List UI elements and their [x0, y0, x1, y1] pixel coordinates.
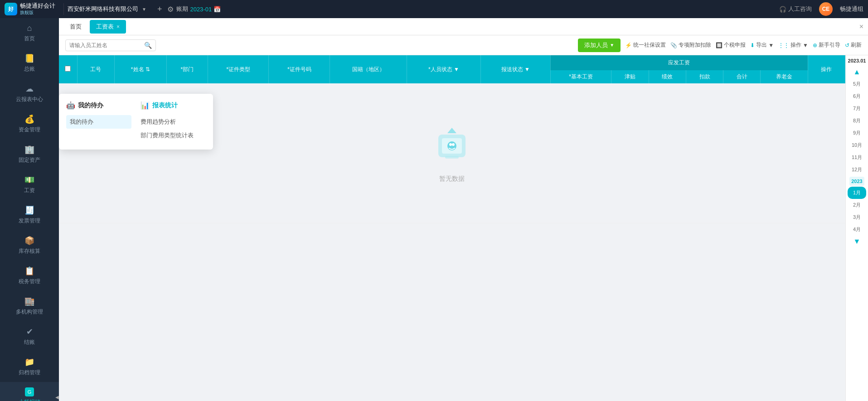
timeline-month-12[interactable]: 12月 [846, 164, 868, 176]
ops-arrow-icon: ▼ [803, 42, 808, 48]
ops-icon: ⋮⋮ [778, 42, 789, 48]
col-salary-group: 应发工资 [550, 55, 808, 70]
special-deduction-button[interactable]: 📎 专项附加扣除 [670, 41, 711, 49]
service-button[interactable]: 🎧 人工咨询 [779, 5, 812, 13]
dropdown-col1-label: 我的待办 [78, 101, 103, 110]
period-selector[interactable]: 账期 2023-01 📅 [176, 5, 221, 13]
headset-icon: 🎧 [779, 6, 786, 13]
user-avatar[interactable]: CE [819, 2, 833, 16]
toolbar-right: 添加人员 ▼ ⚡ 统一社保设置 📎 专项附加扣除 🔲 个税申报 ⬇ 导 [578, 39, 862, 52]
select-all-checkbox[interactable] [65, 66, 71, 72]
sidebar-label-home: 首页 [24, 35, 35, 43]
app-name: 畅捷通好会计 [20, 2, 55, 10]
refresh-icon: ↺ [845, 42, 849, 48]
trend-label: 费用趋势分析 [141, 118, 176, 125]
home-icon: ⌂ [27, 24, 32, 33]
col-base-salary: *基本工资 [550, 70, 611, 83]
robot-icon: 🤖 [66, 101, 75, 110]
sidebar-item-invoice[interactable]: 🧾 发票管理 [0, 200, 59, 230]
social-security-icon: ⚡ [625, 42, 632, 48]
salary-icon: 💵 [24, 175, 34, 185]
dropdown-col2-title: 📊 报表统计 [141, 101, 206, 110]
user-name: 畅捷通组 [840, 5, 863, 13]
tab-salary[interactable]: 工资表 × [90, 20, 126, 34]
sidebar-item-salary[interactable]: 💵 工资 [0, 169, 59, 200]
company-dropdown-arrow: ▼ [142, 7, 146, 12]
search-input[interactable] [69, 42, 141, 48]
dropdown-col2: 📊 报表统计 费用趋势分析 部门费用类型统计表 [141, 101, 206, 142]
dropdown-item-trend[interactable]: 费用趋势分析 [141, 115, 206, 129]
timeline-month-10[interactable]: 10月 [846, 139, 868, 151]
expense-icon: G [25, 387, 34, 396]
timeline-month-9[interactable]: 9月 [846, 127, 868, 139]
refresh-button[interactable]: ↺ 刷新 [845, 41, 862, 49]
sidebar-label-invoice: 发票管理 [19, 217, 40, 225]
check-icon: ✔ [26, 327, 33, 337]
sidebar-item-fixed-assets[interactable]: 🏢 固定资产 [0, 139, 59, 169]
guide-label: 新手引导 [819, 41, 840, 49]
timeline-month-3[interactable]: 3月 [846, 211, 868, 223]
sidebar-item-expense[interactable]: G 小畅报销 ◀ [0, 382, 59, 401]
service-label: 人工咨询 [788, 5, 812, 13]
settings-icon[interactable]: ⚙ [167, 5, 174, 14]
sidebar-item-fund[interactable]: 💰 资金管理 [0, 109, 59, 139]
close-all-tabs-button[interactable]: × [859, 23, 863, 31]
logo-text-block: 畅捷通好会计 旗舰版 [20, 2, 55, 16]
personal-tax-button[interactable]: 🔲 个税申报 [716, 41, 746, 49]
sidebar-item-inventory[interactable]: 📦 库存核算 [0, 230, 59, 261]
col-dept: *部门 [166, 55, 208, 83]
search-icon[interactable]: 🔍 [144, 42, 152, 49]
add-icon[interactable]: + [157, 5, 162, 14]
col-nationality: 国籍（地区） [330, 55, 407, 83]
dropdown-item-dept-stats[interactable]: 部门费用类型统计表 [141, 129, 206, 142]
col-performance: 绩效 [649, 70, 686, 83]
timeline-month-5[interactable]: 5月 [846, 78, 868, 90]
sidebar-label-archive: 归档管理 [19, 369, 40, 377]
timeline-month-2[interactable]: 2月 [846, 199, 868, 211]
sidebar-item-ledger[interactable]: 📒 总账 [0, 48, 59, 78]
cloud-icon: ☁ [25, 84, 34, 94]
sidebar-collapse-icon: ◀ [55, 394, 59, 399]
tab-home[interactable]: 首页 [63, 20, 88, 34]
social-security-button[interactable]: ⚡ 统一社保设置 [625, 41, 666, 49]
toolbar: 🔍 添加人员 ▼ ⚡ 统一社保设置 📎 专项附加扣除 🔲 个税申报 [59, 35, 868, 55]
timeline-month-11[interactable]: 11月 [846, 151, 868, 164]
operations-button[interactable]: ⋮⋮ 操作 ▼ [778, 41, 808, 49]
timeline-prev-button[interactable]: ▲ [852, 66, 863, 78]
tab-close-button[interactable]: × [116, 24, 120, 30]
svg-marker-6 [447, 128, 456, 133]
calendar-icon: 📅 [213, 6, 221, 13]
company-selector[interactable]: 西安虾米网络科技有限公司 ▼ [63, 3, 150, 15]
sidebar-label-fund: 资金管理 [19, 126, 40, 134]
export-button[interactable]: ⬇ 导出 ▼ [750, 41, 774, 49]
guide-button[interactable]: ⊕ 新手引导 [813, 41, 840, 49]
sidebar-label-org: 多机构管理 [16, 308, 43, 316]
sidebar-item-checkout[interactable]: ✔ 结账 [0, 321, 59, 352]
add-person-button[interactable]: 添加人员 ▼ [578, 39, 621, 52]
sidebar: ⌂ 首页 📒 总账 ☁ 云报表中心 💰 资金管理 🏢 固定资产 💵 工资 🧾 发… [0, 18, 59, 401]
special-deduction-label: 专项附加扣除 [679, 41, 711, 49]
ledger-icon: 📒 [24, 53, 34, 63]
table-section: 🤖 我的待办 我的待办 📊 报表统计 费用趋势分析 [59, 55, 868, 401]
dropdown-item-my-todo[interactable]: 我的待办 [66, 115, 131, 129]
timeline-month-8[interactable]: 8月 [846, 115, 868, 127]
timeline-month-6[interactable]: 6月 [846, 90, 868, 102]
fund-icon: 💰 [24, 114, 34, 124]
timeline-month-7[interactable]: 7月 [846, 102, 868, 115]
sidebar-label-fixed: 固定资产 [19, 156, 40, 164]
sidebar-item-home[interactable]: ⌂ 首页 [0, 18, 59, 48]
invoice-icon: 🧾 [24, 205, 34, 215]
export-icon: ⬇ [750, 42, 755, 48]
sidebar-item-tax[interactable]: 📋 税务管理 [0, 261, 59, 291]
timeline-month-1[interactable]: 1月 [848, 187, 866, 199]
sidebar-label-expense: 小畅报销 [19, 398, 40, 401]
operations-label: 操作 [790, 41, 801, 49]
refresh-label: 刷新 [851, 41, 862, 49]
timeline-month-4[interactable]: 4月 [846, 223, 868, 236]
dept-stats-label: 部门费用类型统计表 [141, 132, 194, 139]
sidebar-item-archive[interactable]: 📁 归档管理 [0, 352, 59, 382]
timeline-next-button[interactable]: ▼ [852, 236, 863, 247]
sidebar-item-cloud-report[interactable]: ☁ 云报表中心 [0, 78, 59, 109]
sidebar-item-multi-org[interactable]: 🏬 多机构管理 [0, 291, 59, 321]
app-sub: 旗舰版 [20, 10, 55, 16]
